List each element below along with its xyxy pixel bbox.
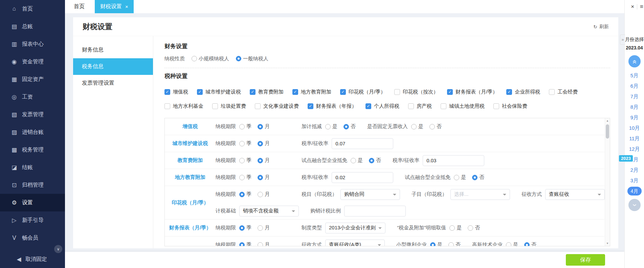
tax-type-checkbox[interactable]: 工会经费 <box>549 89 578 95</box>
checkbox[interactable] <box>292 89 298 95</box>
subnav-item-1[interactable]: 税务信息 <box>73 58 153 75</box>
month-item-5月[interactable]: 5月 <box>625 70 644 81</box>
radio-option[interactable]: 月 <box>258 140 270 147</box>
tab-close-icon[interactable]: × <box>125 4 128 9</box>
radio-button[interactable] <box>506 242 511 247</box>
checkbox[interactable] <box>164 103 170 109</box>
sidebar-item-11[interactable]: ⚙设置 <box>0 194 65 211</box>
radio-button[interactable] <box>524 242 530 247</box>
tax-type-checkbox[interactable]: 地方水利基金 <box>164 103 203 109</box>
window-menu-icon[interactable]: ≡ <box>640 3 643 10</box>
radio-option[interactable]: 月 <box>258 225 270 231</box>
tax-type-checkbox[interactable]: 城镇土地使用税 <box>441 103 485 109</box>
tax-type-checkbox[interactable]: 增值税 <box>164 89 188 95</box>
radio-button[interactable] <box>468 225 473 231</box>
month-item-10月[interactable]: 10月 <box>625 123 644 133</box>
tax-name-link[interactable]: 增值税 <box>165 123 216 130</box>
unpin-button[interactable]: ◀ 取消固定 <box>0 252 65 266</box>
radio-option[interactable]: 否 <box>468 225 480 231</box>
tax-type-checkbox[interactable]: 财务报表（月/季） <box>447 89 497 95</box>
radio-button[interactable] <box>351 158 356 163</box>
text-input[interactable] <box>344 206 406 217</box>
sidebar-item-8[interactable]: ▩税务管理 <box>0 141 65 159</box>
text-input[interactable] <box>332 172 393 183</box>
month-item-6月[interactable]: 6月 <box>625 81 644 91</box>
radio-option[interactable]: 是 <box>351 157 363 164</box>
radio-button[interactable] <box>239 141 245 146</box>
month-item-7月[interactable]: 7月 <box>625 91 644 102</box>
radio-option[interactable]: 否 <box>524 242 536 246</box>
radio-option[interactable]: 否 <box>448 242 461 246</box>
radio-option[interactable]: 是 <box>411 123 423 130</box>
radio-option[interactable]: 否 <box>343 123 356 130</box>
tax-name-link[interactable]: 印花税（月/季） <box>165 200 216 206</box>
radio-button[interactable] <box>454 175 459 180</box>
radio-option[interactable]: 否 <box>369 157 381 164</box>
month-item-9月[interactable]: 9月 <box>625 112 644 123</box>
checkbox[interactable] <box>164 89 170 95</box>
checkbox[interactable] <box>365 103 371 109</box>
subnav-item-2[interactable]: 发票管理设置 <box>73 75 153 91</box>
month-item-2月[interactable]: 2月 <box>625 165 644 175</box>
scrollbar-up-icon[interactable]: ▲ <box>605 119 610 122</box>
month-item-3月[interactable]: 3月 <box>625 175 644 186</box>
radio-option[interactable]: 月 <box>258 123 270 130</box>
sidebar-item-13[interactable]: Ⅴ畅会员 <box>0 229 65 247</box>
checkbox[interactable] <box>493 103 499 109</box>
radio-button[interactable] <box>239 158 245 163</box>
checkbox[interactable] <box>506 89 512 95</box>
tax-type-checkbox[interactable]: 个人所得税 <box>365 103 399 109</box>
sidebar-item-10[interactable]: ⊡归档管理 <box>0 176 65 194</box>
scrollbar-down-icon[interactable]: ▼ <box>605 242 610 245</box>
text-input[interactable] <box>423 155 484 166</box>
checkbox[interactable] <box>441 103 446 109</box>
radio-button[interactable] <box>258 192 263 197</box>
radio-option[interactable]: 季 <box>239 174 251 181</box>
checkbox[interactable] <box>250 89 256 95</box>
radio-option[interactable]: 月 <box>258 242 270 246</box>
tax-type-checkbox[interactable]: 印花税（月/季） <box>340 89 385 95</box>
tax-type-checkbox[interactable]: 文化事业建设费 <box>255 103 299 109</box>
tax-type-checkbox[interactable]: 社会保险费 <box>493 103 527 109</box>
tax-name-link[interactable]: 地方教育附加 <box>165 174 216 181</box>
tax-type-checkbox[interactable]: 地方教育附加 <box>292 89 331 95</box>
radio-button[interactable] <box>343 124 349 129</box>
radio-button[interactable] <box>258 225 263 231</box>
radio-button[interactable] <box>239 242 245 247</box>
checkbox[interactable] <box>308 103 313 109</box>
radio-option[interactable]: 月 <box>258 157 270 164</box>
select-dropdown[interactable]: 销项不含税金额 <box>239 206 299 217</box>
sidebar-item-0[interactable]: ⌂首页 <box>0 0 65 18</box>
radio-option[interactable]: 季 <box>239 123 251 130</box>
radio-option[interactable]: 是 <box>454 174 466 181</box>
sidebar-item-2[interactable]: ▥报表中心 <box>0 35 65 53</box>
radio-option[interactable]: 否 <box>472 174 484 181</box>
panel-collapse-icon[interactable]: » <box>620 35 625 45</box>
checkbox[interactable] <box>255 103 261 109</box>
month-item-11月[interactable]: 11月 <box>625 133 644 144</box>
month-item-4月[interactable]: 4月 <box>625 186 644 196</box>
tax-type-checkbox[interactable]: 财务报表（年报） <box>308 103 357 109</box>
select-dropdown[interactable]: 选择... <box>450 189 510 200</box>
radio-option[interactable]: 月 <box>258 191 270 198</box>
month-item-8月[interactable]: 8月 <box>625 102 644 112</box>
sidebar-item-12[interactable]: ▷新手引导 <box>0 211 65 229</box>
radio-button[interactable] <box>472 175 478 180</box>
checkbox[interactable] <box>394 89 400 95</box>
radio-option[interactable]: 季 <box>239 242 251 246</box>
radio-button[interactable] <box>239 175 245 180</box>
checkbox[interactable] <box>408 103 414 109</box>
sidebar-item-7[interactable]: ▨进销台账 <box>0 123 65 141</box>
tax-type-checkbox[interactable]: 印花税（按次） <box>394 89 438 95</box>
sidebar-item-6[interactable]: ▧发票管理 <box>0 106 65 123</box>
radio-option[interactable]: 季 <box>239 140 251 147</box>
tax-type-checkbox[interactable]: 房产税 <box>408 103 432 109</box>
tax-type-checkbox[interactable]: 城市维护建设税 <box>197 89 241 95</box>
checkbox[interactable] <box>197 89 203 95</box>
save-button[interactable]: 保存 <box>566 254 605 266</box>
scrollbar-thumb[interactable] <box>606 124 609 139</box>
checkbox[interactable] <box>340 89 346 95</box>
text-input[interactable] <box>332 138 393 149</box>
radio-button[interactable] <box>239 192 245 197</box>
tab-home[interactable]: 首页 <box>73 0 85 13</box>
